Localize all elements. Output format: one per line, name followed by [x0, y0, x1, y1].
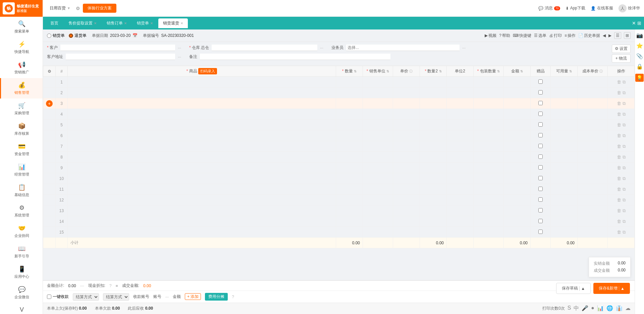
row-available-1[interactable]	[551, 77, 578, 87]
delete-icon[interactable]: 🗑	[617, 219, 621, 224]
staff-input[interactable]	[346, 45, 460, 51]
address-more-btn[interactable]: ···	[178, 55, 181, 59]
video-btn[interactable]: ▶ 视频	[485, 33, 496, 39]
sidebar-item-sales[interactable]: 💰 销售管理	[0, 78, 43, 99]
sidebar-item-marketing[interactable]: 📢 营销推广	[0, 58, 43, 78]
add-btn[interactable]: + 添加	[185, 294, 201, 300]
tab-sales-bill[interactable]: 销货单 ✕	[132, 18, 158, 28]
experience-btn[interactable]: 体验行业方案	[83, 4, 116, 13]
row-pack-3[interactable]	[474, 98, 504, 109]
row-available-3[interactable]	[551, 98, 578, 109]
settings-btn[interactable]: ⚙ 设置	[612, 45, 631, 53]
row-unit2-3[interactable]	[447, 98, 474, 109]
message-button[interactable]: 💬 消息 70	[538, 5, 560, 11]
sidebar-item-system[interactable]: ⚙ 系统管理	[0, 201, 43, 221]
copy-icon[interactable]: ⧉	[623, 187, 626, 192]
radio-return-bill[interactable]: 退货单	[69, 33, 87, 39]
row-pack-2[interactable]	[474, 87, 504, 98]
row-price-3[interactable]	[393, 98, 420, 109]
save-draft-btn[interactable]: 保存草稿 ▲	[556, 283, 591, 294]
save-new-btn[interactable]: 保存&新增 ▲	[593, 283, 630, 294]
history-btn[interactable]: 📄 历史单据	[578, 33, 600, 39]
toolbar-icon-2[interactable]: 中	[574, 305, 579, 312]
row-unit-3[interactable]	[363, 98, 393, 109]
row-unit2-2[interactable]	[447, 87, 474, 98]
right-panel-icon-2[interactable]: ⭐	[636, 43, 643, 49]
shortcut-btn[interactable]: ⌨ 快捷键	[513, 33, 531, 39]
row-qty-2[interactable]	[336, 87, 363, 98]
delete-row-1[interactable]: 🗑	[617, 79, 621, 85]
copy-icon[interactable]: ⧉	[623, 122, 626, 128]
next-record-btn[interactable]: ▶	[608, 33, 611, 38]
delete-icon[interactable]: 🗑	[617, 112, 621, 117]
fee-split-btn[interactable]: 费用分摊	[205, 293, 228, 301]
row-unit2-1[interactable]	[447, 77, 474, 87]
sidebar-item-wechat[interactable]: 💬 企业微信	[0, 282, 43, 303]
online-service-button[interactable]: 👤 在线客服	[591, 5, 613, 11]
scan-input-btn[interactable]: 扫码录入	[198, 68, 217, 74]
copy-row-1[interactable]: ⧉	[623, 79, 626, 85]
right-panel-icon-5[interactable]: 💡	[635, 74, 644, 82]
dropdown-arrow-new[interactable]: ▲	[619, 286, 625, 291]
delete-icon[interactable]: 🗑	[617, 208, 621, 213]
col-header-settings[interactable]: ⚙	[43, 66, 56, 77]
row-pack-1[interactable]	[474, 77, 504, 87]
row-cost-3[interactable]	[578, 98, 608, 109]
calendar-icon[interactable]: 📅	[132, 33, 138, 38]
copy-icon[interactable]: ⧉	[623, 230, 626, 235]
sidebar-item-enterprise[interactable]: 🤝 企业协同	[0, 221, 43, 242]
toolbar-icon-6[interactable]: 🌐	[606, 305, 613, 312]
copy-row-3[interactable]: ⧉	[623, 101, 626, 106]
user-menu[interactable]: 人 徐泽华	[619, 4, 640, 12]
toolbar-icon-5[interactable]: 📊	[597, 305, 604, 312]
select-btn[interactable]: ☰ 选单	[534, 33, 546, 39]
copy-icon[interactable]: ⧉	[623, 208, 626, 213]
address-input[interactable]	[66, 54, 175, 60]
row-price-2[interactable]	[393, 87, 420, 98]
qty2-sort-icon[interactable]: ⇅	[439, 69, 442, 73]
add-row-btn[interactable]: +	[46, 100, 53, 107]
delete-icon[interactable]: 🗑	[617, 165, 621, 171]
maximize-btn[interactable]: ⊞	[637, 20, 641, 26]
unit-sort-icon[interactable]: ⇅	[386, 69, 389, 73]
row-gift-3[interactable]	[531, 98, 551, 109]
row-gift-1[interactable]	[531, 77, 551, 87]
right-panel-icon-4[interactable]: 🔒	[636, 63, 643, 70]
row-gift-2[interactable]	[531, 87, 551, 98]
delete-icon[interactable]: 🗑	[617, 230, 621, 235]
row-available-2[interactable]	[551, 87, 578, 98]
copy-icon[interactable]: ⧉	[623, 197, 626, 203]
settle-method-select[interactable]: 结算方式	[73, 293, 99, 301]
fee-help-icon[interactable]: ?	[232, 295, 234, 299]
logistics-btn[interactable]: + 物流	[612, 54, 631, 63]
account-more-btn[interactable]: ···	[165, 295, 169, 299]
available-sort-icon[interactable]: ⇅	[569, 69, 572, 73]
row-qty-1[interactable]	[336, 77, 363, 87]
tab-close-price-extract[interactable]: ✕	[94, 21, 97, 25]
sidebar-item-business[interactable]: 📊 经营管理	[0, 160, 43, 180]
warehouse-more-btn[interactable]: ···	[320, 46, 323, 50]
price-info-icon[interactable]: ⓘ	[409, 69, 413, 73]
sidebar-item-search[interactable]: 🔍 搜索菜单	[0, 17, 43, 37]
row-unit-1[interactable]	[363, 77, 393, 87]
row-unit-2[interactable]	[363, 87, 393, 98]
row-amount-2[interactable]	[504, 87, 531, 98]
customer-input[interactable]	[60, 45, 175, 51]
row-cost-1[interactable]	[578, 77, 608, 87]
row-cost-2[interactable]	[578, 87, 608, 98]
row-qty2-3[interactable]	[420, 98, 447, 109]
print-btn[interactable]: 🖨 打印	[549, 33, 562, 39]
sidebar-item-member[interactable]: V 畅会员	[0, 303, 43, 314]
one-key-payment-check[interactable]	[47, 295, 51, 299]
delete-icon[interactable]: 🗑	[617, 133, 621, 138]
sidebar-item-purchase[interactable]: 🛒 采购管理	[0, 99, 43, 119]
right-panel-icon-3[interactable]: 📎	[636, 53, 643, 59]
right-panel-icon-1[interactable]: 📷	[636, 32, 643, 39]
row-product-1[interactable]	[68, 77, 336, 87]
delete-icon[interactable]: 🗑	[617, 122, 621, 128]
tab-close-sales-order[interactable]: ✕	[124, 21, 127, 25]
cost-info-icon[interactable]: ⓘ	[599, 69, 603, 73]
toolbar-icon-1[interactable]: S	[568, 305, 571, 312]
toolbar-icon-8[interactable]: ☁	[625, 305, 631, 312]
delete-icon[interactable]: 🗑	[617, 144, 621, 149]
